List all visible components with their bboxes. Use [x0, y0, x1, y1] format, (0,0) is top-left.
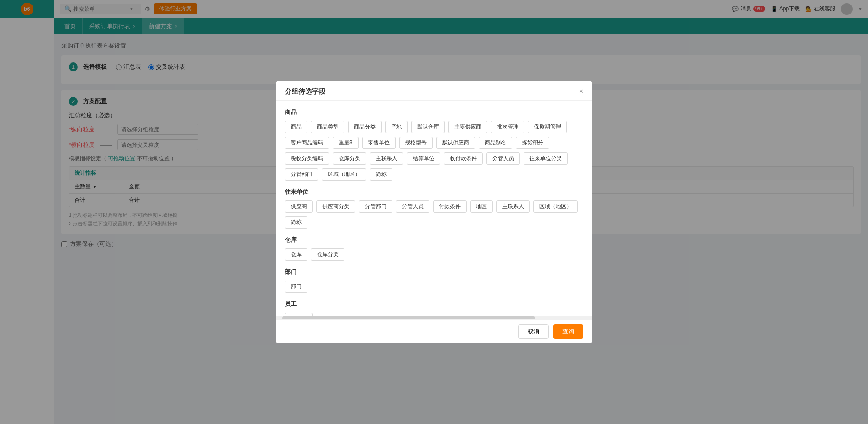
field-grid-employee: 业务员 — [285, 313, 583, 316]
section-title-department: 部门 — [285, 268, 583, 276]
section-title-goods: 商品 — [285, 108, 583, 116]
field-tag-批次管理[interactable]: 批次管理 — [491, 121, 524, 133]
field-tag-主联系人[interactable]: 主联系人 — [370, 152, 403, 165]
modal-horizontal-scrollbar[interactable] — [276, 316, 592, 319]
modal-header: 分组待选字段 × — [276, 81, 592, 101]
section-employee: 员工业务员 — [285, 300, 583, 316]
field-tag-零售单位[interactable]: 零售单位 — [362, 137, 396, 149]
section-goods: 商品商品商品类型商品分类产地默认仓库主要供应商批次管理保质期管理客户商品编码重量… — [285, 108, 583, 181]
field-tag-收付款条件[interactable]: 收付款条件 — [444, 152, 483, 165]
section-title-warehouse: 仓库 — [285, 236, 583, 244]
modal-footer: 取消 查询 — [276, 319, 592, 343]
field-tag-仓库[interactable]: 仓库 — [285, 248, 307, 261]
section-title-partner: 往来单位 — [285, 188, 583, 196]
modal-close-button[interactable]: × — [579, 88, 583, 95]
field-tag-商品[interactable]: 商品 — [285, 121, 307, 133]
field-tag-简称[interactable]: 简称 — [370, 168, 392, 181]
field-tag-拣货积分[interactable]: 拣货积分 — [516, 137, 549, 149]
field-tag-分管人员[interactable]: 分管人员 — [486, 152, 520, 165]
field-tag-商品类型[interactable]: 商品类型 — [311, 121, 344, 133]
cancel-button[interactable]: 取消 — [518, 324, 549, 339]
field-tag-地区[interactable]: 地区 — [470, 200, 493, 213]
field-grid-partner: 供应商供应商分类分管部门分管人员付款条件地区主联系人区域（地区）简称 — [285, 200, 583, 229]
field-grid-goods: 商品商品类型商品分类产地默认仓库主要供应商批次管理保质期管理客户商品编码重量3零… — [285, 121, 583, 181]
confirm-button[interactable]: 查询 — [553, 324, 583, 339]
field-tag-分管部门[interactable]: 分管部门 — [285, 168, 318, 181]
field-tag-分管人员[interactable]: 分管人员 — [396, 200, 429, 213]
section-warehouse: 仓库仓库仓库分类 — [285, 236, 583, 261]
modal-body: 商品商品商品类型商品分类产地默认仓库主要供应商批次管理保质期管理客户商品编码重量… — [276, 101, 592, 316]
field-tag-商品分类[interactable]: 商品分类 — [348, 121, 382, 133]
field-grid-department: 部门 — [285, 281, 583, 293]
field-tag-仓库分类[interactable]: 仓库分类 — [333, 152, 366, 165]
field-tag-重量3[interactable]: 重量3 — [333, 137, 359, 149]
field-tag-结算单位[interactable]: 结算单位 — [407, 152, 440, 165]
field-tag-业务员[interactable]: 业务员 — [285, 313, 313, 316]
field-tag-规格型号[interactable]: 规格型号 — [399, 137, 433, 149]
field-tag-往来单位分类[interactable]: 往来单位分类 — [524, 152, 568, 165]
field-tag-税收分类编码[interactable]: 税收分类编码 — [285, 152, 329, 165]
modal: 分组待选字段 × 商品商品商品类型商品分类产地默认仓库主要供应商批次管理保质期管… — [276, 81, 592, 343]
modal-overlay: 分组待选字段 × 商品商品商品类型商品分类产地默认仓库主要供应商批次管理保质期管… — [0, 0, 868, 424]
field-tag-供应商[interactable]: 供应商 — [285, 200, 313, 213]
field-tag-区域（地区）[interactable]: 区域（地区） — [533, 200, 578, 213]
field-tag-产地[interactable]: 产地 — [385, 121, 408, 133]
field-tag-保质期管理[interactable]: 保质期管理 — [528, 121, 567, 133]
field-tag-部门[interactable]: 部门 — [285, 281, 307, 293]
field-tag-主要供应商[interactable]: 主要供应商 — [448, 121, 487, 133]
field-tag-默认仓库[interactable]: 默认仓库 — [411, 121, 445, 133]
field-tag-区域（地区）[interactable]: 区域（地区） — [322, 168, 366, 181]
field-tag-商品别名[interactable]: 商品别名 — [479, 137, 512, 149]
modal-title: 分组待选字段 — [285, 87, 326, 96]
field-tag-简称[interactable]: 简称 — [285, 216, 307, 229]
field-tag-默认供应商[interactable]: 默认供应商 — [436, 137, 475, 149]
field-tag-付款条件[interactable]: 付款条件 — [433, 200, 467, 213]
field-grid-warehouse: 仓库仓库分类 — [285, 248, 583, 261]
section-partner: 往来单位供应商供应商分类分管部门分管人员付款条件地区主联系人区域（地区）简称 — [285, 188, 583, 229]
field-tag-供应商分类[interactable]: 供应商分类 — [316, 200, 355, 213]
field-tag-仓库分类[interactable]: 仓库分类 — [311, 248, 344, 261]
field-tag-主联系人[interactable]: 主联系人 — [496, 200, 530, 213]
field-tag-分管部门[interactable]: 分管部门 — [359, 200, 392, 213]
section-title-employee: 员工 — [285, 300, 583, 308]
section-department: 部门部门 — [285, 268, 583, 293]
field-tag-客户商品编码[interactable]: 客户商品编码 — [285, 137, 329, 149]
